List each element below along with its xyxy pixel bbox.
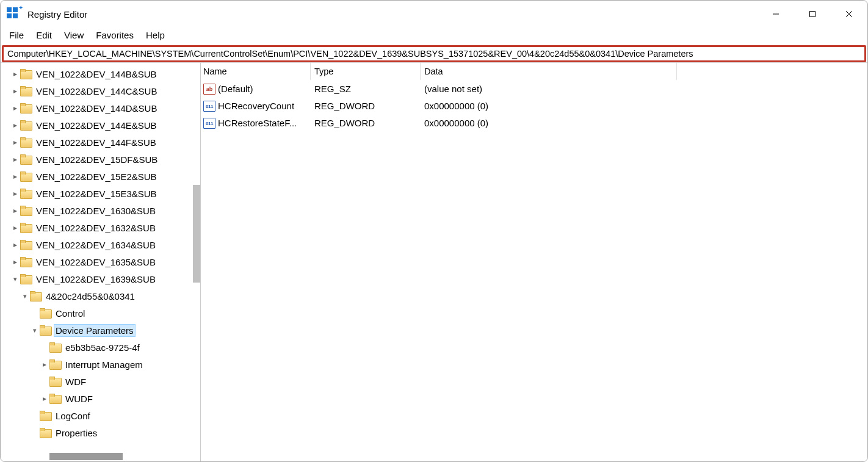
- chevron-right-icon[interactable]: [10, 240, 20, 249]
- chevron-right-icon[interactable]: [10, 223, 20, 232]
- window-controls: [758, 1, 867, 27]
- tree-horizontal-scrollbar[interactable]: [1, 453, 200, 460]
- value-data: 0x00000000 (0): [421, 101, 867, 111]
- tree-item-label: Control: [54, 308, 86, 319]
- value-row[interactable]: HCRestoreStateF...REG_DWORD0x00000000 (0…: [201, 114, 867, 131]
- chevron-right-icon[interactable]: [10, 138, 20, 146]
- close-button[interactable]: [831, 1, 867, 27]
- value-row[interactable]: (Default)REG_SZ(value not set): [201, 80, 867, 97]
- tree-item[interactable]: VEN_1022&DEV_144D&SUB: [1, 99, 200, 117]
- value-type: REG_SZ: [311, 84, 421, 94]
- tree-item-label: Interrupt Managem: [64, 359, 144, 370]
- tree-item[interactable]: VEN_1022&DEV_15DF&SUB: [1, 151, 200, 168]
- column-header-data[interactable]: Data: [421, 63, 677, 80]
- folder-icon: [20, 240, 32, 250]
- value-type: REG_DWORD: [311, 118, 421, 128]
- folder-icon: [20, 69, 32, 79]
- tree-item[interactable]: VEN_1022&DEV_144F&SUB: [1, 134, 200, 151]
- tree-item[interactable]: VEN_1022&DEV_1635&SUB: [1, 253, 200, 270]
- chevron-right-icon[interactable]: [40, 394, 49, 403]
- chevron-right-icon[interactable]: [10, 258, 20, 266]
- chevron-down-icon[interactable]: [10, 275, 20, 283]
- tree-item[interactable]: VEN_1022&DEV_15E3&SUB: [1, 185, 200, 202]
- menu-edit[interactable]: Edit: [36, 30, 52, 40]
- folder-icon: [20, 257, 32, 267]
- reg-dword-icon: [203, 117, 215, 129]
- value-data: (value not set): [421, 84, 867, 94]
- folder-icon: [20, 137, 32, 147]
- folder-icon: [20, 120, 32, 130]
- tree-item[interactable]: VEN_1022&DEV_15E2&SUB: [1, 168, 200, 185]
- values-list[interactable]: (Default)REG_SZ(value not set)HCRecovery…: [201, 80, 867, 461]
- chevron-right-icon[interactable]: [10, 121, 20, 129]
- chevron-right-icon[interactable]: [10, 104, 20, 112]
- menu-help[interactable]: Help: [146, 30, 165, 40]
- tree-panel: VEN_1022&DEV_144B&SUBVEN_1022&DEV_144C&S…: [1, 63, 201, 461]
- values-panel: Name Type Data (Default)REG_SZ(value not…: [201, 63, 867, 461]
- main-split: VEN_1022&DEV_144B&SUBVEN_1022&DEV_144C&S…: [1, 62, 867, 461]
- address-path: Computer\HKEY_LOCAL_MACHINE\SYSTEM\Curre…: [7, 49, 693, 59]
- folder-icon: [49, 342, 62, 352]
- folder-icon: [20, 223, 32, 233]
- tree-item[interactable]: WDF: [1, 373, 200, 390]
- value-name: HCRestoreStateF...: [218, 118, 297, 128]
- tree-item-label: WDF: [64, 376, 87, 388]
- chevron-down-icon[interactable]: [20, 292, 30, 300]
- tree-item-label: VEN_1022&DEV_15E3&SUB: [35, 188, 158, 200]
- regedit-app-icon: ✦: [7, 7, 20, 21]
- address-bar[interactable]: Computer\HKEY_LOCAL_MACHINE\SYSTEM\Curre…: [2, 45, 866, 62]
- tree-item[interactable]: Device Parameters: [1, 322, 200, 339]
- folder-icon: [20, 171, 32, 181]
- folder-icon: [20, 206, 32, 215]
- tree-item[interactable]: VEN_1022&DEV_1630&SUB: [1, 202, 200, 219]
- tree-item[interactable]: LogConf: [1, 407, 200, 424]
- folder-icon: [40, 411, 52, 420]
- value-row[interactable]: HCRecoveryCountREG_DWORD0x00000000 (0): [201, 97, 867, 114]
- tree-item[interactable]: WUDF: [1, 390, 200, 407]
- tree-item[interactable]: Properties: [1, 424, 200, 441]
- tree-item[interactable]: Interrupt Managem: [1, 356, 200, 373]
- tree-item[interactable]: e5b3b5ac-9725-4f: [1, 339, 200, 356]
- tree-item[interactable]: VEN_1022&DEV_144C&SUB: [1, 82, 200, 99]
- chevron-right-icon[interactable]: [10, 206, 20, 215]
- maximize-button[interactable]: [794, 1, 831, 27]
- chevron-right-icon[interactable]: [10, 172, 20, 181]
- menu-favorites[interactable]: Favorites: [96, 30, 134, 40]
- chevron-right-icon[interactable]: [10, 155, 20, 164]
- tree-item-label: WUDF: [64, 393, 94, 405]
- menu-view[interactable]: View: [64, 30, 84, 40]
- tree-vertical-scrollbar-thumb[interactable]: [193, 185, 200, 283]
- column-header-name[interactable]: Name: [201, 63, 311, 80]
- values-header: Name Type Data: [201, 63, 867, 80]
- titlebar: ✦ Registry Editor: [1, 1, 867, 27]
- value-data: 0x00000000 (0): [421, 118, 867, 128]
- chevron-right-icon[interactable]: [10, 87, 20, 95]
- folder-icon: [20, 103, 32, 113]
- tree-item-label: Device Parameters: [54, 325, 135, 336]
- tree-content[interactable]: VEN_1022&DEV_144B&SUBVEN_1022&DEV_144C&S…: [1, 65, 200, 461]
- tree-horizontal-scrollbar-thumb[interactable]: [49, 453, 123, 460]
- tree-item[interactable]: Control: [1, 305, 200, 322]
- tree-item-label: Properties: [54, 427, 98, 439]
- minimize-button[interactable]: [758, 1, 794, 27]
- tree-item[interactable]: 4&20c24d55&0&0341: [1, 287, 200, 305]
- tree-item-label: VEN_1022&DEV_15DF&SUB: [35, 154, 159, 165]
- chevron-right-icon[interactable]: [40, 360, 49, 369]
- tree-item[interactable]: VEN_1022&DEV_144E&SUB: [1, 117, 200, 134]
- menu-file[interactable]: File: [9, 30, 24, 40]
- chevron-right-icon[interactable]: [10, 70, 20, 78]
- tree-item[interactable]: VEN_1022&DEV_1632&SUB: [1, 219, 200, 236]
- tree-item[interactable]: VEN_1022&DEV_144B&SUB: [1, 65, 200, 82]
- tree-item-label: VEN_1022&DEV_1630&SUB: [35, 205, 157, 217]
- value-type: REG_DWORD: [311, 101, 421, 111]
- tree-item[interactable]: VEN_1022&DEV_1634&SUB: [1, 236, 200, 253]
- tree-item[interactable]: VEN_1022&DEV_1639&SUB: [1, 270, 200, 287]
- folder-icon: [49, 359, 62, 369]
- svg-rect-1: [810, 12, 816, 17]
- folder-icon: [20, 154, 32, 164]
- chevron-down-icon[interactable]: [30, 327, 40, 334]
- column-header-type[interactable]: Type: [311, 63, 421, 80]
- chevron-right-icon[interactable]: [10, 189, 20, 198]
- tree-item-label: VEN_1022&DEV_144C&SUB: [35, 85, 158, 97]
- reg-dword-icon: [203, 99, 215, 112]
